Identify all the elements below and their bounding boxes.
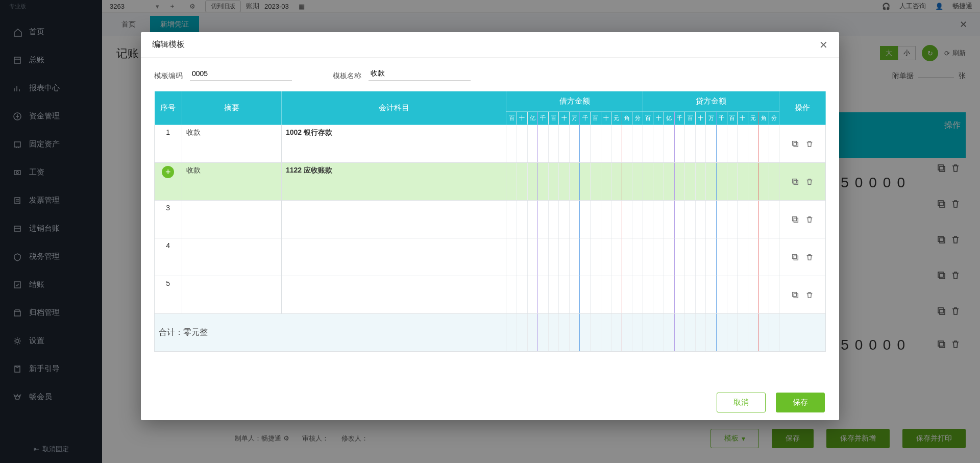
svg-rect-26	[794, 180, 798, 184]
copy-icon[interactable]	[791, 178, 799, 186]
delete-icon[interactable]	[805, 291, 814, 299]
row-credit[interactable]	[643, 276, 779, 314]
row-debit[interactable]	[506, 201, 643, 238]
copy-icon[interactable]	[791, 291, 799, 299]
row-ops	[779, 276, 826, 314]
modal-title: 编辑模板	[152, 39, 185, 50]
save-template-button[interactable]: 保存	[776, 393, 825, 412]
template-name-label: 模板名称	[333, 71, 361, 81]
delete-icon[interactable]	[805, 140, 814, 148]
template-row[interactable]: 5	[155, 276, 826, 314]
svg-rect-27	[793, 216, 797, 221]
row-credit[interactable]	[643, 125, 779, 163]
total-label: 合计：零元整	[155, 314, 506, 352]
th-credit-digits: 百十亿千百十万千百十元角分	[643, 112, 779, 125]
row-account[interactable]	[282, 238, 506, 276]
row-seq: +	[155, 163, 182, 201]
total-credit	[643, 314, 779, 352]
copy-icon[interactable]	[791, 140, 799, 148]
copy-icon[interactable]	[791, 215, 799, 224]
copy-icon[interactable]	[791, 253, 799, 261]
row-seq: 5	[155, 276, 182, 314]
row-account[interactable]	[282, 276, 506, 314]
svg-rect-32	[794, 294, 798, 298]
svg-rect-29	[793, 254, 797, 258]
template-row[interactable]: 4	[155, 238, 826, 276]
row-summary[interactable]: 收款	[182, 163, 282, 201]
row-credit[interactable]	[643, 201, 779, 238]
template-name-input[interactable]	[369, 67, 471, 81]
svg-rect-30	[794, 256, 798, 260]
cancel-button[interactable]: 取消	[717, 393, 766, 412]
delete-icon[interactable]	[805, 215, 814, 224]
svg-rect-25	[793, 179, 797, 183]
svg-rect-23	[793, 141, 797, 145]
row-debit[interactable]	[506, 163, 643, 201]
row-summary[interactable]: 收款	[182, 125, 282, 163]
close-icon[interactable]: ✕	[819, 39, 828, 51]
row-seq: 1	[155, 125, 182, 163]
modal-footer: 取消 保存	[141, 384, 839, 420]
th-seq: 序号	[155, 91, 182, 125]
th-debit: 借方金额	[506, 91, 643, 112]
row-seq: 4	[155, 238, 182, 276]
template-code-label: 模板编码	[154, 71, 183, 81]
edit-template-modal: 编辑模板 ✕ 模板编码 模板名称 序号 摘要 会计科目	[141, 32, 839, 420]
row-ops	[779, 125, 826, 163]
row-debit[interactable]	[506, 238, 643, 276]
row-credit[interactable]	[643, 163, 779, 201]
th-summary: 摘要	[182, 91, 282, 125]
modal-header: 编辑模板 ✕	[141, 32, 839, 58]
th-credit: 贷方金额	[643, 91, 779, 112]
row-summary[interactable]	[182, 276, 282, 314]
th-debit-digits: 百十亿千百十万千百十元角分	[506, 112, 643, 125]
add-row-icon[interactable]: +	[162, 166, 174, 178]
row-ops	[779, 163, 826, 201]
total-debit	[506, 314, 643, 352]
th-account: 会计科目	[282, 91, 506, 125]
template-row[interactable]: +收款1122 应收账款	[155, 163, 826, 201]
row-credit[interactable]	[643, 238, 779, 276]
template-code-input[interactable]	[190, 67, 292, 81]
row-summary[interactable]	[182, 238, 282, 276]
template-table: 序号 摘要 会计科目 借方金额 贷方金额 操作 百十亿千百十万千百十元角分 百十…	[154, 91, 826, 352]
template-row[interactable]: 3	[155, 201, 826, 238]
svg-rect-28	[794, 218, 798, 222]
row-seq: 3	[155, 201, 182, 238]
row-ops	[779, 201, 826, 238]
template-row[interactable]: 1收款1002 银行存款	[155, 125, 826, 163]
row-account[interactable]	[282, 201, 506, 238]
row-summary[interactable]	[182, 201, 282, 238]
delete-icon[interactable]	[805, 253, 814, 261]
delete-icon[interactable]	[805, 178, 814, 186]
row-debit[interactable]	[506, 276, 643, 314]
svg-rect-24	[794, 142, 798, 147]
row-account[interactable]: 1122 应收账款	[282, 163, 506, 201]
th-ops: 操作	[779, 91, 826, 125]
row-ops	[779, 238, 826, 276]
row-debit[interactable]	[506, 125, 643, 163]
total-ops	[779, 314, 826, 352]
row-account[interactable]: 1002 银行存款	[282, 125, 506, 163]
svg-rect-31	[793, 292, 797, 296]
